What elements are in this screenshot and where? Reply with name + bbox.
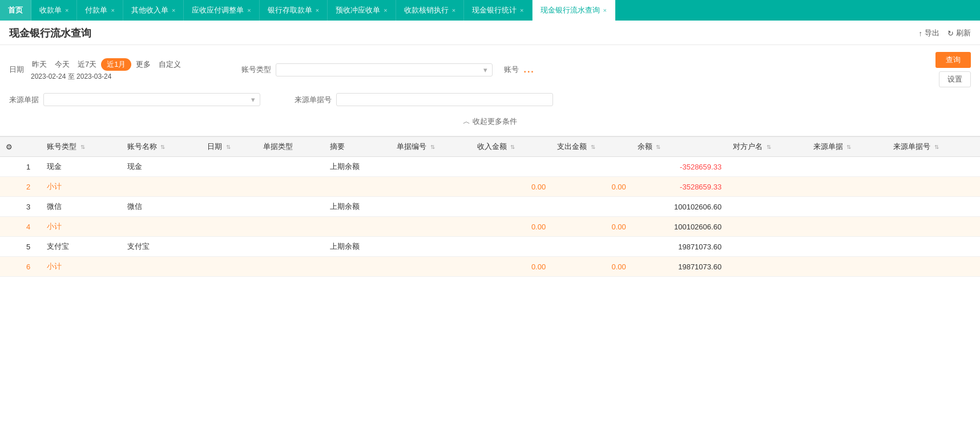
td-income bbox=[471, 157, 552, 177]
nav-home-label: 首页 bbox=[8, 5, 23, 15]
query-button[interactable]: 查询 bbox=[935, 52, 971, 68]
td-income: 0.00 bbox=[471, 177, 552, 197]
th-doc-type: 单据类型 bbox=[257, 137, 324, 157]
td-doc-no bbox=[391, 237, 471, 257]
td-source-doc-no bbox=[888, 197, 980, 217]
nav-tab-cash-flow[interactable]: 现金银行流水查询 × bbox=[533, 0, 615, 21]
close-icon[interactable]: × bbox=[65, 7, 68, 14]
table-row: 5 支付宝 支付宝 上期余额 19871073.60 bbox=[0, 237, 980, 257]
page-container: 现金银行流水查询 ↑ 导出 ↻ 刷新 日期 昨天 今天 近7天 bbox=[0, 21, 980, 448]
th-income[interactable]: 收入金额 ⇅ bbox=[471, 137, 552, 157]
th-expense[interactable]: 支出金额 ⇅ bbox=[551, 137, 632, 157]
export-button[interactable]: ↑ 导出 bbox=[919, 28, 940, 38]
nav-tab-verify[interactable]: 收款核销执行 × bbox=[396, 0, 464, 21]
source-doc-no-input[interactable] bbox=[336, 93, 553, 106]
td-index: 3 bbox=[21, 197, 41, 217]
th-source-doc[interactable]: 来源单据 ⇅ bbox=[808, 137, 888, 157]
table-row: 6 小计 0.00 0.00 19871073.60 bbox=[0, 257, 980, 277]
date-shortcut-custom[interactable]: 自定义 bbox=[155, 58, 184, 71]
th-date[interactable]: 日期 ⇅ bbox=[201, 137, 257, 157]
nav-tab-payment[interactable]: 付款单 × bbox=[77, 0, 123, 21]
th-settings[interactable]: ⚙ bbox=[0, 137, 21, 157]
sort-icon: ⇅ bbox=[846, 144, 851, 150]
td-account-type: 现金 bbox=[41, 157, 122, 177]
nav-tab-cash-stat[interactable]: 现金银行统计 × bbox=[464, 0, 532, 21]
nav-home[interactable]: 首页 bbox=[0, 0, 31, 21]
account-filter-group: 账号 ... bbox=[504, 64, 534, 75]
td-date bbox=[201, 177, 257, 197]
close-icon[interactable]: × bbox=[520, 7, 523, 14]
settings-button[interactable]: 设置 bbox=[939, 71, 971, 87]
collapse-button[interactable]: ︿ 收起更多条件 bbox=[463, 114, 517, 129]
date-shortcut-7days[interactable]: 近7天 bbox=[74, 58, 100, 71]
source-doc-no-label: 来源单据号 bbox=[295, 95, 332, 105]
close-icon[interactable]: × bbox=[384, 7, 387, 14]
td-date bbox=[201, 217, 257, 237]
nav-tab-adjustment[interactable]: 应收应付调整单 × bbox=[184, 0, 259, 21]
nav-tab-bank-deposit[interactable]: 银行存取款单 × bbox=[260, 0, 328, 21]
td-index: 1 bbox=[21, 157, 41, 177]
filter-row-2: 来源单据 ▾ 来源单据号 bbox=[9, 93, 971, 106]
sort-icon: ⇅ bbox=[430, 144, 435, 150]
td-source-doc-no bbox=[888, 257, 980, 277]
td-expense bbox=[551, 157, 632, 177]
table-section: ⚙ 账号类型 ⇅ 账号名称 ⇅ 日期 ⇅ bbox=[0, 136, 980, 277]
account-type-label: 账号类型 bbox=[241, 64, 271, 75]
td-balance: 100102606.60 bbox=[632, 217, 727, 237]
td-index: 2 bbox=[21, 177, 41, 197]
nav-tab-prepaid[interactable]: 预收冲应收单 × bbox=[328, 0, 396, 21]
th-source-doc-no[interactable]: 来源单据号 ⇅ bbox=[888, 137, 980, 157]
th-balance[interactable]: 余额 ⇅ bbox=[632, 137, 727, 157]
account-ellipsis-btn[interactable]: ... bbox=[523, 64, 534, 75]
td-date bbox=[201, 197, 257, 217]
chevron-down-icon: ▾ bbox=[483, 66, 487, 74]
date-shortcut-more[interactable]: 更多 bbox=[132, 58, 154, 71]
nav-tab-receipt[interactable]: 收款单 × bbox=[31, 0, 77, 21]
td-income bbox=[471, 237, 552, 257]
date-shortcut-yesterday[interactable]: 昨天 bbox=[29, 58, 50, 71]
td-expense: 0.00 bbox=[551, 217, 632, 237]
td-account-type: 小计 bbox=[41, 217, 122, 237]
nav-tab-other-income[interactable]: 其他收入单 × bbox=[123, 0, 184, 21]
td-income bbox=[471, 197, 552, 217]
close-icon[interactable]: × bbox=[452, 7, 455, 14]
td-doc-type bbox=[257, 237, 324, 257]
td-counterpart bbox=[727, 157, 808, 177]
collapse-row: ︿ 收起更多条件 bbox=[9, 112, 971, 132]
table-body: 1 现金 现金 上期余额 -3528659.33 2 小计 0.00 0.00 … bbox=[0, 157, 980, 277]
date-shortcuts-row: 昨天 今天 近7天 近1月 更多 自定义 bbox=[29, 58, 184, 71]
td-settings bbox=[0, 157, 21, 177]
refresh-button[interactable]: ↻ 刷新 bbox=[947, 28, 971, 38]
filter-row-1: 日期 昨天 今天 近7天 近1月 更多 自定义 2023-02-24 至 202… bbox=[9, 52, 971, 87]
export-label: 导出 bbox=[925, 28, 939, 38]
close-icon[interactable]: × bbox=[172, 7, 175, 14]
chevron-down-icon: ▾ bbox=[251, 95, 255, 104]
td-settings bbox=[0, 177, 21, 197]
source-doc-select[interactable]: ▾ bbox=[43, 93, 260, 106]
close-icon[interactable]: × bbox=[316, 7, 319, 14]
header-actions: ↑ 导出 ↻ 刷新 bbox=[919, 28, 971, 38]
action-buttons-group: 查询 设置 bbox=[935, 52, 971, 87]
data-table: ⚙ 账号类型 ⇅ 账号名称 ⇅ 日期 ⇅ bbox=[0, 136, 980, 277]
th-account-name[interactable]: 账号名称 ⇅ bbox=[122, 137, 202, 157]
td-index: 4 bbox=[21, 217, 41, 237]
th-account-type[interactable]: 账号类型 ⇅ bbox=[41, 137, 122, 157]
td-account-type: 微信 bbox=[41, 197, 122, 217]
td-source-doc-no bbox=[888, 237, 980, 257]
date-shortcut-1month[interactable]: 近1月 bbox=[101, 58, 131, 71]
account-type-select[interactable]: ▾ bbox=[276, 63, 493, 76]
td-date bbox=[201, 257, 257, 277]
filter-section: 日期 昨天 今天 近7天 近1月 更多 自定义 2023-02-24 至 202… bbox=[0, 45, 980, 136]
close-icon[interactable]: × bbox=[603, 7, 607, 14]
close-icon[interactable]: × bbox=[247, 7, 251, 14]
th-doc-no[interactable]: 单据编号 ⇅ bbox=[391, 137, 471, 157]
td-account-name: 微信 bbox=[122, 197, 202, 217]
td-source-doc bbox=[808, 237, 888, 257]
th-counterpart[interactable]: 对方户名 ⇅ bbox=[727, 137, 808, 157]
close-icon[interactable]: × bbox=[111, 7, 114, 14]
sort-icon: ⇅ bbox=[656, 144, 660, 150]
refresh-label: 刷新 bbox=[956, 28, 971, 38]
date-shortcut-today[interactable]: 今天 bbox=[51, 58, 73, 71]
td-doc-type bbox=[257, 177, 324, 197]
nav-tab-label: 付款单 bbox=[85, 5, 107, 15]
